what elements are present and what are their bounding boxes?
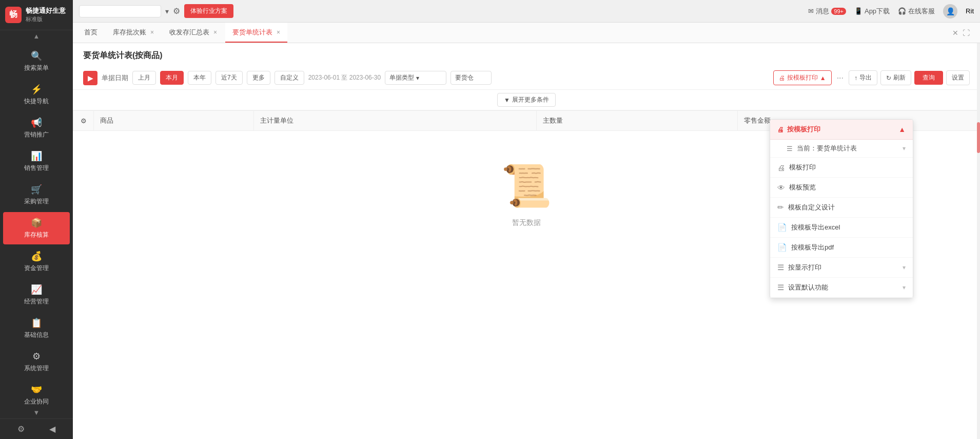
sidebar-item-inventory[interactable]: 📦库存核算 — [3, 212, 70, 244]
scroll-down[interactable]: ▼ — [0, 407, 73, 418]
expand-more-toolbar: ▼ 展开更多条件 — [73, 90, 980, 110]
sidebar-item-sales[interactable]: 📊销售管理 — [3, 145, 70, 178]
this-year-btn[interactable]: 本年 — [188, 71, 211, 85]
topbar-settings-icon[interactable]: ⚙ — [173, 6, 180, 16]
quick-nav-icon: ⚡ — [31, 84, 42, 95]
empty-text: 暂无数据 — [512, 218, 541, 227]
search-input[interactable] — [79, 5, 161, 17]
dropdown-title-label: 按模板打印 — [787, 125, 820, 134]
search-icon: 🔍 — [31, 50, 42, 62]
this-month-btn[interactable]: 本月 — [160, 71, 184, 85]
dropdown-item-template_export_excel[interactable]: 📄按模板导出excel — [770, 218, 913, 238]
service-icon: 🎧 — [898, 7, 906, 15]
filter-toolbar: ▶ 单据日期 上月 本月 本年 近7天 更多 自定义 2023-06-01 至 … — [73, 66, 980, 90]
expand-filter-button[interactable]: ▶ — [83, 71, 97, 85]
refresh-icon: ↻ — [886, 74, 891, 82]
avatar[interactable]: 👤 — [943, 4, 957, 18]
tab-close-要货单统计表[interactable]: × — [277, 29, 280, 36]
sidebar-item-system[interactable]: ⚙系统管理 — [3, 346, 70, 378]
sidebar-item-basic[interactable]: 📋基础信息 — [3, 312, 70, 345]
th-settings[interactable]: ⚙ — [73, 111, 94, 131]
dropdown-item-template_custom[interactable]: ✏模板自定义设计 — [770, 198, 913, 218]
tab-库存批次账[interactable]: 库存批次账× — [106, 23, 161, 43]
query-btn[interactable]: 查询 — [914, 71, 943, 85]
display_print-icon: ☰ — [777, 263, 784, 272]
last-month-btn[interactable]: 上月 — [132, 71, 156, 85]
message-icon: ✉ — [808, 7, 814, 15]
sidebar-item-enterprise[interactable]: 🤝企业协同 — [3, 379, 70, 407]
printer-icon: 🖨 — [779, 74, 785, 82]
scroll-up[interactable]: ▲ — [0, 30, 73, 42]
marketing-icon: 📢 — [31, 117, 42, 128]
main-area: ▾ ⚙ 体验行业方案 ✉ 消息 99+ 📱 App下载 🎧 在线客服 👤 Rit… — [73, 0, 980, 439]
sidebar-item-search[interactable]: 🔍搜索菜单 — [3, 45, 70, 78]
sidebar-item-quick-nav[interactable]: ⚡快捷导航 — [3, 79, 70, 111]
dropdown-print-icon: 🖨 — [777, 126, 784, 133]
topbar-right: ✉ 消息 99+ 📱 App下载 🎧 在线客服 👤 Rit — [808, 4, 974, 18]
tab-close-收发存汇总表[interactable]: × — [213, 29, 217, 36]
app-icon: 📱 — [854, 7, 863, 15]
message-label: 消息 — [816, 7, 829, 16]
expand-more-btn[interactable]: ▼ 展开更多条件 — [497, 93, 556, 107]
current-template-item[interactable]: ☰ 当前：要货单统计表 ▾ — [770, 140, 913, 158]
app-download-btn[interactable]: 📱 App下载 — [854, 7, 890, 16]
sidebar-label-purchase: 采购管理 — [24, 197, 49, 206]
page-title: 要货单统计表(按商品) — [83, 51, 163, 60]
dropdown-item-template_export_pdf[interactable]: 📄按模板导出pdf — [770, 238, 913, 258]
tabbar: 首页库存批次账×收发存汇总表×要货单统计表× ✕ ⛶ — [73, 23, 980, 43]
dropdown-collapse-icon[interactable]: ▲ — [898, 125, 906, 133]
messages-btn[interactable]: ✉ 消息 99+ — [808, 7, 846, 16]
version-label: 标准版 — [26, 15, 66, 23]
tab-close-库存批次账[interactable]: × — [150, 29, 154, 36]
tab-收发存汇总表[interactable]: 收发存汇总表× — [162, 23, 224, 43]
custom-date-btn[interactable]: 自定义 — [275, 71, 304, 85]
template_export_excel-icon: 📄 — [777, 223, 787, 232]
last-7days-btn[interactable]: 近7天 — [215, 71, 243, 85]
settings-footer-icon[interactable]: ⚙ — [17, 424, 25, 434]
warehouse-filter-select[interactable]: 要货仓 — [450, 71, 492, 85]
sidebar-label-operation: 经营管理 — [24, 297, 49, 306]
tab-首页[interactable]: 首页 — [77, 23, 105, 43]
collapse-icon[interactable]: ◀ — [49, 424, 55, 434]
order-type-label: 单据类型 — [389, 73, 414, 82]
sidebar-label-finance: 资金管理 — [24, 264, 49, 273]
template_preview-icon: 👁 — [777, 183, 785, 192]
more-date-btn[interactable]: 更多 — [247, 71, 270, 85]
export-btn[interactable]: ↑ 导出 — [849, 70, 877, 85]
page-header: 要货单统计表(按商品) — [73, 43, 980, 66]
dropdown-expandable-display_print[interactable]: ☰按显示打印▾ — [770, 258, 913, 278]
close-x-icon[interactable]: ✕ — [952, 29, 958, 37]
scrollbar-thumb[interactable] — [977, 122, 980, 153]
tab-要货单统计表[interactable]: 要货单统计表× — [225, 23, 287, 43]
dropdown-panel-header[interactable]: 🖨 按模板打印 ▲ — [770, 120, 913, 140]
logo-text: 畅捷通好生意 标准版 — [26, 6, 66, 24]
refresh-label: 刷新 — [893, 73, 906, 82]
brand-name: 畅捷通好生意 — [26, 6, 66, 15]
refresh-btn[interactable]: ↻ 刷新 — [880, 70, 911, 85]
toolbar-actions: 🖨 按模板打印 ▲ ··· ↑ 导出 ↻ 刷新 查询 设置 — [773, 70, 970, 85]
close-window-icon[interactable]: ✕ ⛶ — [948, 23, 974, 43]
inventory-icon: 📦 — [31, 217, 42, 228]
expand-chevron-icon: ▼ — [504, 97, 510, 104]
maximize-icon[interactable]: ⛶ — [963, 29, 970, 37]
sidebar-item-operation[interactable]: 📈经营管理 — [3, 279, 70, 311]
dropdown-arrow-icon[interactable]: ▾ — [165, 7, 169, 15]
sidebar-item-marketing[interactable]: 📢营销推广 — [3, 112, 70, 144]
vertical-scrollbar[interactable] — [977, 43, 980, 439]
dropdown-expandable-default_func[interactable]: ☰设置默认功能▾ — [770, 278, 913, 298]
order-type-select[interactable]: 单据类型 ▾ — [385, 71, 446, 85]
settings-btn[interactable]: 设置 — [946, 70, 970, 85]
template-print-btn[interactable]: 🖨 按模板打印 ▲ — [773, 70, 832, 85]
th-goods: 商品 — [94, 111, 254, 131]
template_print-icon: 🖨 — [777, 163, 785, 172]
more-actions-icon[interactable]: ··· — [835, 73, 846, 83]
online-service-btn[interactable]: 🎧 在线客服 — [898, 7, 935, 16]
template_export_pdf-icon: 📄 — [777, 243, 787, 252]
sidebar-item-finance[interactable]: 💰资金管理 — [3, 245, 70, 278]
dropdown-item-template_preview[interactable]: 👁模板预览 — [770, 178, 913, 198]
dropdown-item-template_print[interactable]: 🖨模板打印 — [770, 158, 913, 178]
sidebar-footer: ⚙ ◀ — [0, 418, 73, 439]
order-type-arrow-icon: ▾ — [416, 74, 419, 82]
promo-button[interactable]: 体验行业方案 — [184, 4, 233, 18]
sidebar-item-purchase[interactable]: 🛒采购管理 — [3, 179, 70, 211]
